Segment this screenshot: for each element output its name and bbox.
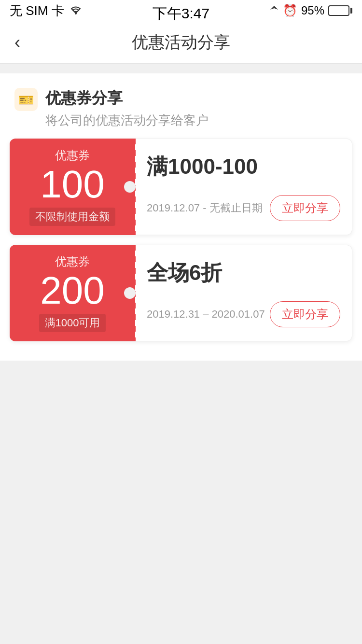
coupon-bottom-row-2: 2019.12.31 – 2020.01.07 立即分享 bbox=[147, 301, 340, 327]
back-button[interactable]: ‹ bbox=[14, 32, 20, 53]
coupon-right-2: 全场6折 2019.12.31 – 2020.01.07 立即分享 bbox=[135, 245, 352, 341]
coupon-title-2: 全场6折 bbox=[147, 259, 340, 287]
share-button-2[interactable]: 立即分享 bbox=[270, 301, 340, 327]
alarm-icon: ⏰ bbox=[283, 4, 297, 17]
status-right: ⏰ 95% bbox=[269, 4, 352, 17]
battery-icon bbox=[328, 5, 352, 16]
nav-bar: ‹ 优惠活动分享 bbox=[0, 21, 362, 64]
svg-text:🎫: 🎫 bbox=[18, 92, 34, 108]
coupon-date-1: 2019.12.07 - 无截止日期 bbox=[147, 201, 263, 215]
coupon-amount-1: 100 bbox=[40, 165, 104, 204]
status-bar: 无 SIM 卡 下午3:47 ⏰ 95% bbox=[0, 0, 362, 21]
coupon-connector-1 bbox=[124, 181, 136, 193]
coupon-condition-2: 满1000可用 bbox=[39, 314, 106, 332]
coupon-section-icon: 🎫 bbox=[14, 88, 38, 111]
status-left: 无 SIM 卡 bbox=[10, 2, 83, 19]
page-title: 优惠活动分享 bbox=[132, 31, 230, 54]
section-text: 优惠券分享 将公司的优惠活动分享给客户 bbox=[45, 88, 209, 129]
coupon-card-2: 优惠券 200 满1000可用 全场6折 2019.12.31 – 2020.0… bbox=[10, 245, 352, 341]
coupon-amount-2: 200 bbox=[40, 271, 104, 310]
share-button-1[interactable]: 立即分享 bbox=[270, 195, 340, 221]
location-icon bbox=[269, 4, 279, 17]
time-label: 下午3:47 bbox=[153, 4, 209, 24]
coupon-connector-2 bbox=[124, 287, 136, 299]
coupon-left-2: 优惠券 200 满1000可用 bbox=[10, 245, 135, 341]
coupon-left-1: 优惠券 100 不限制使用金额 bbox=[10, 139, 135, 235]
section-subtitle: 将公司的优惠活动分享给客户 bbox=[45, 112, 209, 129]
coupon-label-2: 优惠券 bbox=[55, 254, 90, 269]
section-header: 🎫 优惠券分享 将公司的优惠活动分享给客户 bbox=[0, 73, 362, 139]
coupon-right-1: 满1000-100 2019.12.07 - 无截止日期 立即分享 bbox=[135, 139, 352, 235]
wifi-icon bbox=[69, 3, 83, 18]
coupon-title-1: 满1000-100 bbox=[147, 153, 340, 181]
svg-point-0 bbox=[75, 13, 77, 14]
battery-percentage: 95% bbox=[301, 4, 324, 17]
coupon-date-2: 2019.12.31 – 2020.01.07 bbox=[147, 308, 265, 321]
coupons-container: 优惠券 100 不限制使用金额 满1000-100 2019.12.07 - 无… bbox=[0, 139, 362, 361]
coupon-label-1: 优惠券 bbox=[55, 148, 90, 163]
coupon-card-1: 优惠券 100 不限制使用金额 满1000-100 2019.12.07 - 无… bbox=[10, 139, 352, 235]
coupon-bottom-row-1: 2019.12.07 - 无截止日期 立即分享 bbox=[147, 195, 340, 221]
carrier-label: 无 SIM 卡 bbox=[10, 2, 64, 19]
section-title: 优惠券分享 bbox=[45, 88, 209, 109]
coupon-condition-1: 不限制使用金额 bbox=[29, 208, 115, 226]
bottom-area bbox=[0, 361, 362, 602]
